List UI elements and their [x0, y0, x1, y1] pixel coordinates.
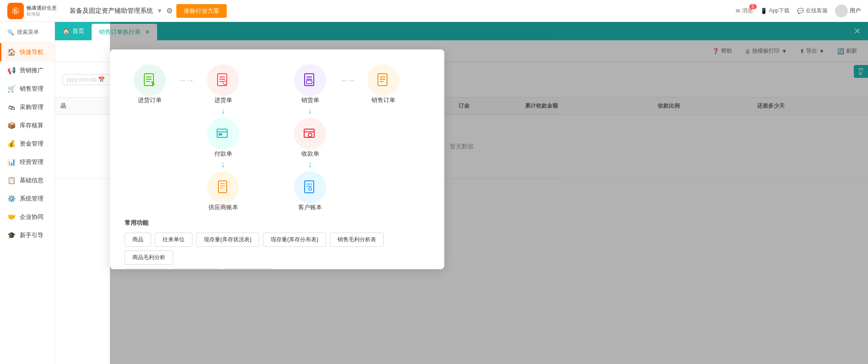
svg-rect-19 [218, 133, 222, 136]
func-btn-stock-dist[interactable]: 现存量(库存分布表) [263, 233, 326, 247]
svg-rect-23 [218, 181, 227, 193]
purchase-order-node[interactable]: 进货订单 [125, 64, 175, 104]
common-funcs-title: 常用功能 [125, 219, 430, 227]
svg-rect-27 [305, 181, 314, 193]
flow-row-arrows: ↓ ↓ [125, 106, 430, 116]
sidebar-item-guide[interactable]: 🎓 新手引导 [0, 226, 55, 244]
online-service-btn[interactable]: 💬 在线客服 [797, 7, 828, 15]
top-bar-right: ✉ 消息 6 📱 App下载 💬 在线客服 用户 [736, 5, 861, 17]
svg-rect-17 [217, 129, 227, 137]
guide-icon: 🎓 [7, 231, 16, 240]
service-icon: 💬 [797, 8, 804, 14]
system-dropdown-icon[interactable]: ▼ [157, 7, 163, 14]
common-functions-section: 常用功能 商品 往来单位 现存量(库存状况表) 现存量(库存分布表) 销售毛利分… [125, 219, 430, 269]
top-bar: ⑥ 畅康通好生意 标准版 装备及固定资产辅助管理系统 ▼ ⚙ 体验行业方案 ✉ … [0, 0, 868, 22]
sidebar-item-basic-info[interactable]: 📋 基础信息 [0, 171, 55, 190]
sidebar-item-inventory[interactable]: 📦 库存核算 [0, 116, 55, 135]
search-menu-btn[interactable]: 🔍 搜索菜单 [4, 26, 51, 39]
customer-ledger-node[interactable]: 客户账本 [285, 171, 335, 212]
logo-icon: ⑥ [7, 3, 24, 19]
home-icon: 🏠 [7, 48, 16, 57]
system-icon: ⚙️ [7, 194, 16, 203]
func-btn-sales-rank[interactable]: 销售排行榜 [125, 268, 168, 269]
basic-info-icon: 📋 [7, 176, 16, 185]
message-btn[interactable]: ✉ 消息 6 [736, 7, 753, 15]
content-area: 🏠 首页 销售订单执行表 ✕ ✕ ❓ 帮助 🖨 按模板打印 ▼ [55, 22, 868, 364]
message-badge: 6 [749, 4, 757, 9]
col-pin: 品 [55, 98, 105, 115]
trial-button[interactable]: 体验行业方案 [176, 4, 227, 18]
inventory-icon: 📦 [7, 121, 16, 130]
sidebar-item-finance[interactable]: 💰 资金管理 [0, 135, 55, 153]
sidebar-item-operations[interactable]: 📊 经营管理 [0, 153, 55, 171]
sidebar-search-area: 🔍 搜索菜单 [0, 22, 55, 43]
purchase-bill-node[interactable]: 进货单 [198, 64, 248, 104]
overlay-backdrop: 进货订单 - - → [110, 22, 868, 364]
calendar-icon: 📅 [98, 76, 105, 83]
flow-row-1: 进货订单 - - → [125, 64, 430, 104]
finance-icon: 💰 [7, 139, 16, 148]
func-btn-counterparty[interactable]: 往来单位 [155, 233, 192, 247]
user-menu[interactable]: 用户 [835, 5, 861, 17]
svg-point-30 [309, 188, 311, 190]
settings-icon[interactable]: ⚙ [166, 6, 173, 15]
arrow-down-sb: ↓ [285, 106, 335, 116]
home-tab-icon: 🏠 [62, 28, 70, 35]
sidebar: 🔍 搜索菜单 🏠 快捷导航 📢 营销推广 🛒 销售管理 🛍 [0, 22, 55, 364]
sales-order-circle [367, 64, 399, 96]
func-btn-receipt-stats[interactable]: 收款情况统计 [171, 268, 220, 269]
sidebar-item-purchase[interactable]: 🛍 采购管理 [0, 98, 55, 116]
purchase-bill-label: 进货单 [214, 96, 232, 104]
logo-text: 畅康通好生意 标准版 [27, 5, 57, 17]
func-btn-product[interactable]: 商品 [125, 233, 151, 247]
supplier-ledger-label: 供应商账本 [208, 203, 238, 212]
sidebar-item-system[interactable]: ⚙️ 系统管理 [0, 190, 55, 208]
func-btn-sales-profit[interactable]: 销售毛利分析表 [330, 233, 384, 247]
supplier-ledger-node[interactable]: 供应商账本 [198, 171, 248, 212]
marketing-icon: 📢 [7, 66, 16, 75]
func-btn-payment-stats[interactable]: 付款情况统计 [224, 268, 272, 269]
purchase-order-label: 进货订单 [138, 96, 162, 104]
arrow-down-receipt: ↓ [285, 160, 335, 169]
func-btn-product-profit[interactable]: 商品毛利分析 [125, 250, 173, 265]
common-funcs-row-1: 商品 往来单位 现存量(库存状况表) 现存量(库存分布表) 销售毛利分析表 商品… [125, 233, 430, 265]
purchase-bill-circle [207, 64, 239, 96]
sidebar-item-sales[interactable]: 🛒 销售管理 [0, 80, 55, 98]
app-download-icon: 📱 [760, 8, 767, 14]
purchase-icon: 🛍 [7, 103, 16, 112]
receipt-bill-node[interactable]: 收款单 [285, 118, 335, 158]
customer-ledger-circle [294, 171, 326, 203]
arrow-down-pb: ↓ [198, 106, 248, 116]
func-btn-stock-status[interactable]: 现存量(库存状况表) [196, 233, 259, 247]
sidebar-item-marketing[interactable]: 📢 营销推广 [0, 61, 55, 80]
operations-icon: 📊 [7, 158, 16, 167]
payment-bill-label: 付款单 [214, 150, 232, 158]
receipt-bill-circle [294, 118, 326, 150]
tab-home[interactable]: 🏠 首页 [55, 22, 92, 40]
customer-ledger-label: 客户账本 [298, 203, 322, 212]
quick-guide-panel: 进货订单 - - → [110, 49, 444, 269]
flow-diagram: 进货订单 - - → [125, 64, 430, 212]
payment-bill-node[interactable]: 付款单 [198, 118, 248, 158]
user-name: 用户 [850, 7, 861, 15]
cooperation-icon: 🤝 [7, 212, 16, 222]
app-wrapper: ⑥ 畅康通好生意 标准版 装备及固定资产辅助管理系统 ▼ ⚙ 体验行业方案 ✉ … [0, 0, 868, 364]
app-download-btn[interactable]: 📱 App下载 [760, 7, 790, 15]
sidebar-item-quick-nav[interactable]: 🏠 快捷导航 [0, 43, 55, 61]
flow-row-2: 付款单 收款单 [125, 118, 430, 158]
common-funcs-row-2: 销售排行榜 收款情况统计 付款情况统计 [125, 268, 430, 269]
receipt-bill-label: 收款单 [301, 150, 319, 158]
sales-bill-label: 销货单 [301, 96, 319, 104]
sales-order-node[interactable]: 销售订单 [358, 64, 409, 104]
sales-bill-node[interactable]: 销货单 [285, 64, 335, 104]
top-bar-middle: 装备及固定资产辅助管理系统 ▼ ⚙ 体验行业方案 [62, 4, 736, 18]
logo-area: ⑥ 畅康通好生意 标准版 [7, 3, 62, 19]
message-icon: ✉ [736, 8, 740, 14]
sidebar-item-cooperation[interactable]: 🤝 企业协同 [0, 208, 55, 226]
supplier-ledger-circle [207, 171, 239, 203]
svg-point-8 [223, 81, 227, 85]
system-title: 装备及固定资产辅助管理系统 [70, 7, 153, 15]
flow-row-arrows2: ↓ ↓ [125, 160, 430, 169]
arrow-so-to-sb: ← - - [335, 64, 358, 86]
arrow-po-to-pb: - - → [175, 64, 198, 86]
